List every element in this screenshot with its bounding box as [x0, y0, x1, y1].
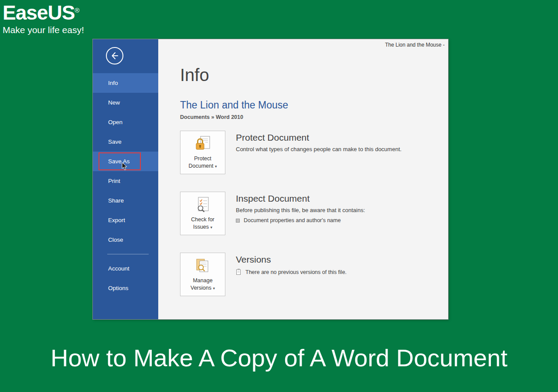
- backstage-sidebar: Info New Open Save Save As: [93, 39, 158, 319]
- sidebar-item-label: New: [108, 99, 120, 106]
- sidebar-item-new[interactable]: New: [93, 93, 158, 112]
- protect-document-button[interactable]: Protect Document ▾: [180, 131, 225, 174]
- document-title: The Lion and the Mouse: [180, 99, 448, 111]
- protect-document-button-label: Protect Document ▾: [184, 155, 222, 170]
- check-for-issues-icon: [194, 196, 211, 213]
- video-caption: How to Make A Copy of A Word Document: [0, 344, 558, 372]
- backstage-main: Info The Lion and the Mouse Documents » …: [158, 39, 448, 319]
- sidebar-item-label: Share: [108, 197, 124, 204]
- sidebar-item-close[interactable]: Close: [93, 230, 158, 250]
- breadcrumb: Documents » Word 2010: [180, 114, 448, 120]
- sidebar-item-label: Close: [108, 237, 123, 243]
- sidebar-item-options[interactable]: Options: [93, 278, 158, 298]
- list-bullet-icon: [236, 219, 240, 223]
- manage-versions-button[interactable]: Manage Versions ▾: [180, 253, 225, 296]
- logo-text: EaseUS: [3, 1, 75, 24]
- protect-document-text: Protect Document Control what types of c…: [236, 131, 401, 152]
- section-description: Control what types of changes people can…: [236, 146, 401, 152]
- sidebar-item-account[interactable]: Account: [93, 259, 158, 278]
- sidebar-item-label: Options: [108, 285, 129, 291]
- manage-versions-button-label: Manage Versions ▾: [184, 277, 222, 292]
- section-heading: Versions: [236, 254, 347, 265]
- inspect-bullet-text: Document properties and author's name: [244, 217, 341, 223]
- sidebar-item-label: Print: [108, 178, 120, 184]
- inspect-bullet-row: Document properties and author's name: [236, 217, 365, 223]
- back-button[interactable]: [106, 47, 123, 64]
- section-description: Before publishing this file, be aware th…: [236, 207, 365, 213]
- check-for-issues-button[interactable]: Check for Issues ▾: [180, 192, 225, 235]
- sidebar-item-label: Save As: [108, 158, 130, 165]
- sidebar-divider: [107, 254, 149, 254]
- dropdown-caret-icon: ▾: [211, 225, 213, 230]
- inspect-document-section: Check for Issues ▾ Inspect Document Befo…: [180, 192, 448, 235]
- version-file-icon: [236, 269, 242, 275]
- sidebar-item-open[interactable]: Open: [93, 112, 158, 132]
- dropdown-caret-icon: ▾: [213, 286, 215, 291]
- sidebar-item-print[interactable]: Print: [93, 171, 158, 191]
- protect-document-section: Protect Document ▾ Protect Document Cont…: [180, 131, 448, 174]
- sidebar-item-label: Account: [108, 265, 129, 272]
- versions-section: Manage Versions ▾ Versions There are no: [180, 253, 448, 296]
- inspect-document-text: Inspect Document Before publishing this …: [236, 192, 365, 223]
- versions-text: Versions There are no previous versions …: [236, 253, 347, 275]
- page-background: EaseUS® Make your life easy! The Lion an…: [0, 0, 558, 392]
- brand-tagline: Make your life easy!: [3, 25, 84, 35]
- sidebar-item-info[interactable]: Info: [93, 73, 158, 93]
- manage-versions-icon: [194, 257, 211, 274]
- versions-bullet-row: There are no previous versions of this f…: [236, 269, 347, 275]
- sidebar-item-export[interactable]: Export: [93, 210, 158, 230]
- sidebar-item-label: Open: [108, 119, 122, 125]
- backstage-nav: Info New Open Save Save As: [93, 39, 158, 298]
- sidebar-item-label: Export: [108, 217, 125, 223]
- sidebar-item-label: Save: [108, 139, 122, 145]
- protect-document-icon: [194, 135, 211, 152]
- sidebar-item-save[interactable]: Save: [93, 132, 158, 152]
- page-title: Info: [180, 65, 448, 85]
- back-arrow-icon: [110, 51, 119, 61]
- sidebar-item-share[interactable]: Share: [93, 191, 158, 210]
- section-heading: Inspect Document: [236, 193, 365, 204]
- easeus-logo: EaseUS®: [3, 2, 84, 24]
- versions-bullet-text: There are no previous versions of this f…: [245, 269, 347, 275]
- check-for-issues-button-label: Check for Issues ▾: [184, 216, 222, 231]
- registered-mark: ®: [75, 7, 79, 14]
- brand-block: EaseUS® Make your life easy!: [3, 2, 84, 35]
- sidebar-item-save-as[interactable]: Save As: [93, 152, 158, 171]
- section-heading: Protect Document: [236, 132, 401, 143]
- word-backstage-window: The Lion and the Mouse - Info New Open: [93, 39, 448, 319]
- sidebar-item-label: Info: [108, 80, 118, 86]
- dropdown-caret-icon: ▾: [215, 164, 217, 169]
